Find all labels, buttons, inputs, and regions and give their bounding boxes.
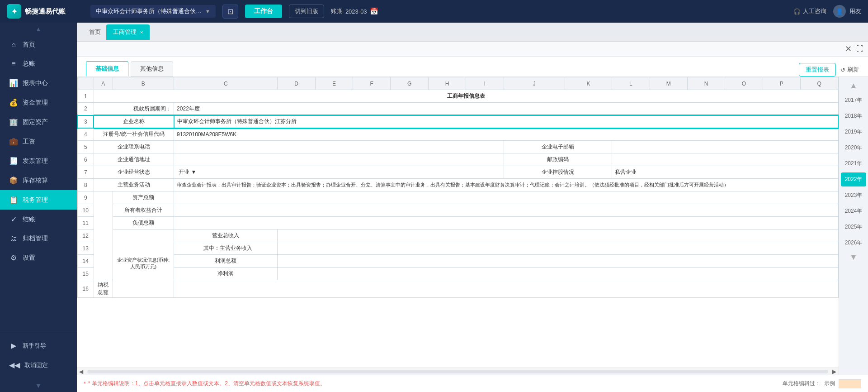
tab-home[interactable]: 首页 [84, 24, 106, 40]
sidebar-scroll-up[interactable]: ▲ [0, 23, 77, 35]
copy-button[interactable]: ⊡ [222, 5, 238, 19]
year-item-2017[interactable]: 2017年 [841, 93, 866, 107]
bottom-note: * 单元格编辑说明：1、点击单元格直接录入数值或文本。2、清空单元格数值或文本恢… [88, 380, 326, 387]
ledger-icon: ≡ [9, 60, 18, 68]
total-profit-value[interactable] [278, 255, 838, 268]
total-tax-value[interactable] [174, 280, 838, 298]
sample-label: 示例 [824, 380, 835, 387]
workbench-button[interactable]: 工作台 [245, 5, 282, 18]
year-item-2018[interactable]: 2018年 [841, 109, 866, 123]
spreadsheet-wrap[interactable]: A B C D E F G H I J [77, 77, 839, 368]
assets-value[interactable] [174, 191, 838, 204]
refresh-button[interactable]: ↺ 刷新 [840, 66, 859, 74]
row-num-16: 16 [77, 280, 94, 298]
tab-close-icon[interactable]: × [140, 29, 143, 35]
table-row: 5 企业联系电话 企业电子邮箱 [77, 141, 838, 153]
period-value-cell[interactable]: 2022年度 [174, 103, 838, 115]
sidebar-label-settings: 设置 [23, 254, 35, 262]
tab-business-label: 工商管理 [113, 28, 137, 36]
year-nav-down[interactable]: ▼ [848, 251, 859, 264]
address-value[interactable] [174, 153, 504, 166]
main-biz-value[interactable]: 审查企业会计报表；出具审计报告；验证企业资本；出具验资报告；办理企业合开、分立、… [174, 179, 838, 191]
row-num-10: 10 [77, 204, 94, 217]
sidebar-item-settings[interactable]: ⚙ 设置 [0, 248, 77, 268]
sub-tab-basic[interactable]: 基础信息 [86, 61, 128, 76]
sidebar-item-unpin[interactable]: ◀◀ 取消固定 [0, 355, 77, 375]
scroll-left-icon[interactable]: ◀ [77, 368, 85, 375]
year-item-2025[interactable]: 2025年 [841, 220, 866, 234]
scroll-right-icon[interactable]: ▶ [830, 368, 839, 375]
year-item-2024[interactable]: 2024年 [841, 204, 866, 218]
main-revenue-value[interactable] [278, 242, 838, 255]
net-profit-value[interactable] [278, 268, 838, 280]
row-num-2: 2 [77, 103, 94, 115]
expand-icon[interactable]: ⛶ [856, 45, 863, 53]
liabilities-label: 负债总额 [113, 217, 174, 229]
sidebar-item-assets[interactable]: 🏢 固定资产 [0, 112, 77, 132]
user-area[interactable]: 👤 用友 [833, 5, 861, 18]
phone-value[interactable] [174, 141, 504, 153]
total-revenue-value[interactable] [278, 229, 838, 242]
sidebar-item-payroll[interactable]: 💼 工资 [0, 132, 77, 151]
bottom-bar: * * 单元格编辑说明：1、点击单元格直接录入数值或文本。2、清空单元格数值或文… [77, 375, 868, 392]
year-item-2026[interactable]: 2026年 [841, 236, 866, 250]
sub-tab-other[interactable]: 其他信息 [131, 61, 173, 76]
year-nav-up[interactable]: ▲ [848, 79, 859, 92]
sidebar-scroll-down[interactable]: ▼ [0, 379, 77, 392]
email-value[interactable] [612, 141, 838, 153]
row-num-13: 13 [77, 242, 94, 255]
year-item-2023[interactable]: 2023年 [841, 188, 866, 202]
row-num-15: 15 [77, 268, 94, 280]
sidebar-label-invoice: 发票管理 [23, 157, 48, 165]
equity-value[interactable] [174, 204, 838, 217]
col-header-i: I [466, 77, 504, 90]
h-scroll-bar[interactable]: ◀ ▶ [77, 368, 839, 375]
sidebar-item-archive[interactable]: 🗂 归档管理 [0, 229, 77, 248]
help-button[interactable]: 🎧 人工咨询 [793, 7, 826, 15]
sheet-title[interactable]: 工商年报信息表 [94, 90, 838, 103]
company-name-value[interactable]: 中审众环会计师事务所（特殊普通合伙）江苏分所 [174, 115, 838, 128]
bottom-right: 单元格编辑过： 示例 [783, 379, 861, 388]
postcode-value[interactable] [612, 153, 838, 166]
company-selector[interactable]: 中审众环会计师事务所（特殊普通合伙… ▼ [90, 5, 216, 18]
biz-status-value[interactable]: 开业 ▼ [174, 166, 504, 179]
liabilities-value[interactable] [174, 217, 838, 229]
sample-cell [839, 379, 861, 388]
year-item-2020[interactable]: 2020年 [841, 141, 866, 155]
reset-button[interactable]: 重置报表 [799, 63, 836, 76]
table-row: 1 工商年报信息表 [77, 90, 838, 103]
top-header: ✦ 畅捷通易代账 中审众环会计师事务所（特殊普通合伙… ▼ ⊡ 工作台 切到旧版… [0, 0, 868, 23]
row-num-1: 1 [77, 90, 94, 103]
sidebar-item-closing[interactable]: ✓ 结账 [0, 210, 77, 229]
col-header-a: A [94, 77, 113, 90]
tab-business[interactable]: 工商管理 × [106, 24, 150, 40]
sidebar-item-inventory[interactable]: 📦 库存核算 [0, 171, 77, 190]
assets-label: 资产总额 [113, 191, 174, 204]
close-icon[interactable]: ✕ [845, 44, 852, 54]
sidebar-item-tax[interactable]: 📋 税务管理 [0, 190, 77, 210]
toolbar-right: 重置报表 ↺ 刷新 [799, 63, 859, 76]
year-item-2021[interactable]: 2021年 [841, 157, 866, 171]
col-header-f: F [353, 77, 391, 90]
total-revenue-label: 营业总收入 [174, 229, 278, 242]
sidebar-item-funds[interactable]: 💰 资金管理 [0, 93, 77, 112]
sidebar-item-ledger[interactable]: ≡ 总账 [0, 54, 77, 73]
reg-no-value[interactable]: 91320100MA208E5W6K [174, 128, 838, 141]
biz-status-label: 企业经营状态 [94, 166, 174, 179]
sidebar-item-home[interactable]: ⌂ 首页 [0, 35, 77, 54]
col-header-d: D [278, 77, 315, 90]
h-scroll-track[interactable] [87, 370, 828, 373]
year-item-2019[interactable]: 2019年 [841, 125, 866, 139]
sidebar-item-invoice[interactable]: 🧾 发票管理 [0, 151, 77, 171]
year-item-2022[interactable]: 2022年 [841, 172, 866, 186]
holding-value[interactable]: 私营企业 [612, 166, 838, 179]
sidebar-item-reports[interactable]: 📊 报表中心 [0, 73, 77, 93]
row-num-3: 3 [77, 115, 94, 128]
row-num-8: 8 [77, 179, 94, 191]
sidebar-item-guide[interactable]: ▶ 新手引导 [0, 336, 77, 355]
table-row: 8 主营业务活动 审查企业会计报表；出具审计报告；验证企业资本；出具验资报告；办… [77, 179, 838, 191]
sidebar-label-guide: 新手引导 [23, 342, 46, 350]
old-version-button[interactable]: 切到旧版 [289, 5, 324, 18]
calendar-icon[interactable]: 📅 [370, 7, 378, 15]
col-header-b: B [113, 77, 174, 90]
